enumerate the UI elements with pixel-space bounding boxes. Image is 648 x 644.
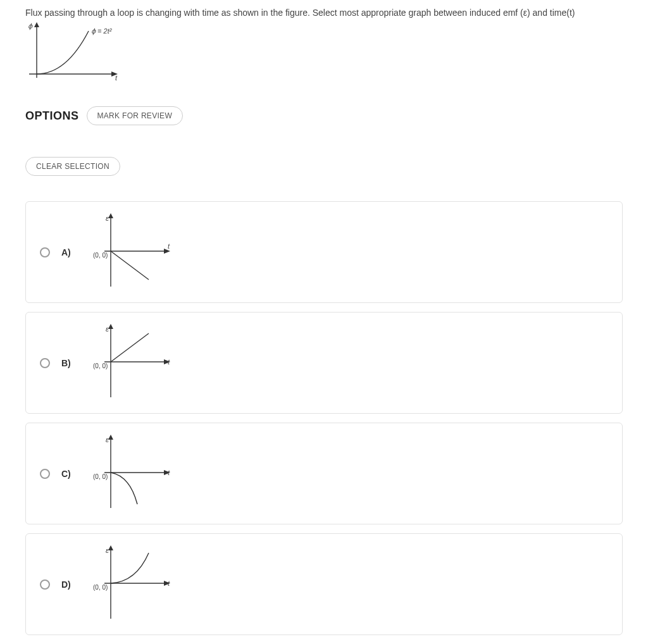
option-b[interactable]: B) ε t (0, 0) — [25, 312, 623, 414]
question-text: Flux passing through a loop is changing … — [25, 6, 623, 20]
option-c-graph: ε t (0, 0) — [85, 435, 180, 512]
svg-marker-13 — [108, 324, 113, 329]
question-flux-graph: ϕ t ϕ = 2t² — [25, 22, 623, 87]
svg-marker-5 — [108, 213, 113, 218]
svg-text:t: t — [168, 242, 170, 250]
option-d[interactable]: D) ε t (0, 0) — [25, 533, 623, 635]
option-a[interactable]: A) ε t (0, 0) — [25, 201, 623, 303]
svg-text:(0, 0): (0, 0) — [93, 252, 108, 259]
flux-y-axis-label: ϕ — [28, 22, 33, 30]
option-label: A) — [61, 247, 74, 257]
flux-equation-label: ϕ = 2t² — [91, 27, 112, 35]
flux-x-axis-label: t — [115, 74, 118, 82]
option-label: D) — [61, 579, 74, 590]
svg-text:(0, 0): (0, 0) — [93, 473, 108, 480]
option-d-graph: ε t (0, 0) — [85, 545, 180, 623]
svg-text:(0, 0): (0, 0) — [93, 362, 108, 369]
radio-icon[interactable] — [40, 469, 50, 479]
option-label: B) — [61, 358, 74, 368]
svg-line-8 — [111, 251, 149, 280]
clear-selection-button[interactable]: CLEAR SELECTION — [25, 157, 120, 176]
option-b-graph: ε t (0, 0) — [85, 324, 180, 402]
radio-icon[interactable] — [40, 579, 50, 590]
svg-marker-28 — [108, 545, 113, 550]
radio-icon[interactable] — [40, 358, 50, 368]
mark-for-review-button[interactable]: MARK FOR REVIEW — [87, 106, 184, 125]
svg-text:ε: ε — [106, 436, 109, 443]
svg-text:ε: ε — [106, 547, 109, 554]
svg-text:(0, 0): (0, 0) — [93, 584, 108, 591]
svg-marker-21 — [108, 435, 113, 440]
radio-icon[interactable] — [40, 247, 50, 257]
option-a-graph: ε t (0, 0) — [85, 213, 180, 291]
svg-text:ε: ε — [106, 214, 109, 222]
svg-line-16 — [111, 333, 149, 362]
option-label: C) — [61, 469, 74, 479]
svg-marker-1 — [34, 22, 39, 27]
svg-text:ε: ε — [106, 325, 109, 333]
options-heading: OPTIONS — [25, 109, 79, 123]
option-c[interactable]: C) ε t (0, 0) — [25, 423, 623, 524]
